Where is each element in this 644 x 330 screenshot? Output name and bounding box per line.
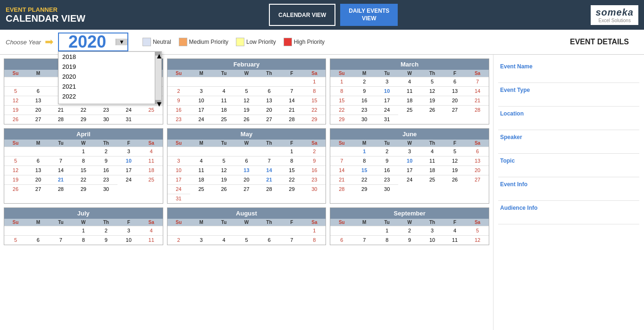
day-cell[interactable]: 3 [421, 226, 443, 235]
day-cell[interactable]: 24 [117, 105, 140, 115]
day-cell[interactable]: 20 [27, 105, 50, 115]
day-cell[interactable]: 11 [213, 96, 235, 105]
day-cell[interactable]: 17 [167, 175, 190, 184]
day-cell[interactable]: 26 [4, 115, 27, 124]
day-cell[interactable]: 24 [167, 184, 190, 194]
day-cell[interactable]: 6 [330, 235, 353, 245]
day-cell[interactable] [50, 226, 72, 235]
day-cell[interactable] [190, 147, 213, 156]
day-cell[interactable]: 18 [398, 96, 421, 105]
day-cell[interactable]: 4 [190, 156, 213, 165]
day-cell[interactable]: 21 [50, 175, 72, 184]
day-cell[interactable] [27, 147, 50, 156]
day-cell[interactable]: 9 [353, 86, 376, 96]
day-cell[interactable]: 13 [235, 165, 258, 175]
day-cell[interactable] [4, 226, 27, 235]
day-cell[interactable]: 11 [190, 165, 213, 175]
day-cell[interactable]: 16 [376, 165, 398, 175]
day-cell[interactable]: 5 [443, 147, 466, 156]
day-cell[interactable]: 12 [4, 165, 27, 175]
day-cell[interactable]: 1 [72, 147, 95, 156]
day-cell[interactable]: 5 [4, 235, 27, 245]
day-cell[interactable]: 17 [190, 105, 213, 115]
day-cell[interactable]: 6 [27, 156, 50, 165]
day-cell[interactable]: 2 [303, 147, 326, 156]
day-cell[interactable]: 23 [353, 105, 376, 115]
day-cell[interactable] [280, 226, 303, 235]
day-cell[interactable]: 23 [95, 175, 117, 184]
day-cell[interactable]: 13 [466, 156, 489, 165]
day-cell[interactable]: 10 [117, 235, 140, 245]
day-cell[interactable]: 27 [258, 115, 280, 124]
day-cell[interactable]: 31 [117, 115, 140, 124]
day-cell[interactable]: 13 [443, 86, 466, 96]
day-cell[interactable] [27, 77, 50, 86]
day-cell[interactable] [167, 77, 190, 86]
day-cell[interactable]: 26 [443, 175, 466, 184]
day-cell[interactable]: 28 [280, 115, 303, 124]
day-cell[interactable] [167, 147, 190, 156]
day-cell[interactable]: 5 [235, 86, 258, 96]
day-cell[interactable]: 4 [140, 226, 163, 235]
day-cell[interactable]: 2 [398, 226, 421, 235]
day-cell[interactable] [280, 77, 303, 86]
day-cell[interactable]: 10 [190, 96, 213, 105]
day-cell[interactable]: 22 [280, 175, 303, 184]
day-cell[interactable]: 27 [443, 105, 466, 115]
day-cell[interactable] [4, 147, 27, 156]
day-cell[interactable]: 7 [50, 156, 72, 165]
day-cell[interactable]: 9 [398, 235, 421, 245]
day-cell[interactable]: 28 [50, 184, 72, 194]
day-cell[interactable]: 6 [443, 77, 466, 86]
day-cell[interactable]: 7 [258, 156, 280, 165]
day-cell[interactable]: 25 [190, 184, 213, 194]
day-cell[interactable]: 30 [376, 184, 398, 194]
day-cell[interactable]: 7 [280, 235, 303, 245]
day-cell[interactable]: 30 [303, 184, 326, 194]
day-cell[interactable]: 10 [421, 235, 443, 245]
day-cell[interactable]: 8 [72, 156, 95, 165]
day-cell[interactable]: 10 [376, 86, 398, 96]
day-cell[interactable]: 4 [398, 77, 421, 86]
day-cell[interactable]: 2 [376, 147, 398, 156]
day-cell[interactable] [190, 77, 213, 86]
day-cell[interactable]: 5 [4, 86, 27, 96]
day-cell[interactable]: 21 [466, 96, 489, 105]
day-cell[interactable]: 8 [72, 235, 95, 245]
day-cell[interactable]: 18 [421, 165, 443, 175]
day-cell[interactable]: 21 [258, 175, 280, 184]
day-cell[interactable]: 15 [353, 165, 376, 175]
day-cell[interactable]: 5 [235, 235, 258, 245]
day-cell[interactable]: 15 [72, 165, 95, 175]
day-cell[interactable]: 11 [140, 156, 163, 165]
day-cell[interactable]: 25 [421, 175, 443, 184]
day-cell[interactable]: 14 [280, 96, 303, 105]
day-cell[interactable]: 2 [95, 147, 117, 156]
day-cell[interactable]: 6 [258, 86, 280, 96]
day-cell[interactable]: 29 [72, 184, 95, 194]
day-cell[interactable]: 11 [443, 235, 466, 245]
year-list[interactable]: 2018 2019 2020 2021 2022 2023 2024 2025 [59, 52, 155, 104]
day-cell[interactable]: 3 [190, 86, 213, 96]
day-cell[interactable]: 19 [235, 105, 258, 115]
day-cell[interactable]: 1 [303, 226, 326, 235]
day-cell[interactable]: 13 [27, 165, 50, 175]
day-cell[interactable] [258, 77, 280, 86]
day-cell[interactable]: 22 [72, 175, 95, 184]
day-cell[interactable]: 4 [443, 226, 466, 235]
day-cell[interactable] [4, 77, 27, 86]
day-cell[interactable] [50, 147, 72, 156]
day-cell[interactable]: 25 [213, 115, 235, 124]
day-cell[interactable]: 19 [421, 96, 443, 105]
day-cell[interactable]: 27 [27, 184, 50, 194]
day-cell[interactable]: 7 [330, 156, 353, 165]
day-cell[interactable]: 5 [213, 156, 235, 165]
day-cell[interactable]: 9 [95, 235, 117, 245]
day-cell[interactable] [213, 147, 235, 156]
day-cell[interactable]: 14 [330, 165, 353, 175]
day-cell[interactable]: 8 [353, 156, 376, 165]
day-cell[interactable]: 3 [117, 226, 140, 235]
day-cell[interactable]: 13 [27, 96, 50, 105]
day-cell[interactable]: 4 [213, 86, 235, 96]
day-cell[interactable]: 20 [235, 175, 258, 184]
